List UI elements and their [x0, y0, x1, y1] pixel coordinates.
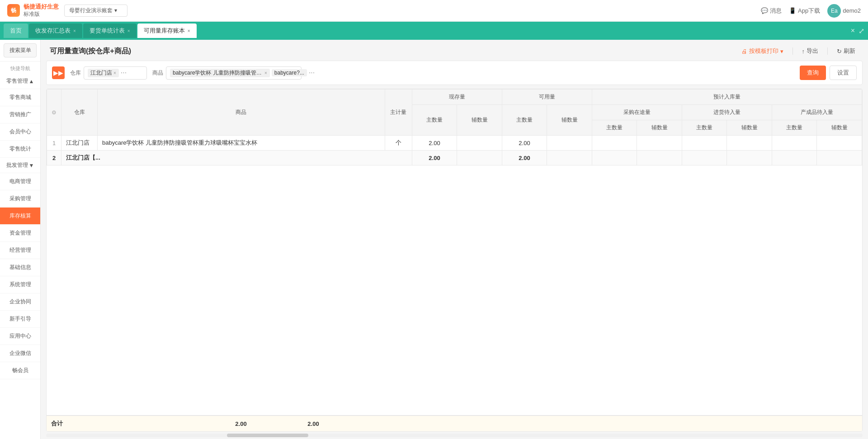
th-warehouse: 仓库: [61, 90, 98, 136]
user-avatar-btn[interactable]: Ea demo2: [827, 4, 861, 18]
expand-btn[interactable]: ⤢: [859, 27, 864, 35]
row-production-main-1: [772, 136, 817, 151]
th-settings[interactable]: ⚙: [47, 90, 61, 136]
th-product: 商品: [98, 90, 385, 136]
tab-close-inventory[interactable]: ×: [188, 28, 190, 33]
horizontal-scrollbar[interactable]: [46, 434, 863, 437]
filter-actions: 查询 设置: [800, 66, 857, 80]
th-expected-in: 预计入库量: [592, 90, 862, 105]
industry-select[interactable]: 母婴行业演示账套 ▾: [64, 5, 127, 17]
tab-home[interactable]: 首页: [4, 24, 28, 38]
sidebar-item-finance[interactable]: 资金管理: [0, 225, 40, 242]
row-avail-main-1: 2.00: [502, 136, 547, 151]
expand-icon-2: ▼: [29, 162, 34, 169]
row-incoming-main-1: [682, 136, 727, 151]
th-purchase-sub: 辅数量: [637, 120, 682, 136]
warehouse-label: 仓库: [70, 69, 81, 77]
th-purchase-main: 主数量: [592, 120, 637, 136]
sidebar-item-wechat[interactable]: 企业微信: [0, 345, 40, 362]
row-avail-sub-1: [547, 136, 592, 151]
summary-row: 2 江北门店【... 2.00 2.00: [47, 151, 862, 165]
tab-close-receipts[interactable]: ×: [73, 28, 76, 33]
row-purchase-sub-1: [637, 136, 682, 151]
row-stock-main-1: 2.00: [412, 136, 457, 151]
warehouse-input[interactable]: 江北门店 × ···: [84, 66, 147, 80]
message-btn[interactable]: 💬 消息: [761, 7, 782, 15]
close-all-tabs-btn[interactable]: ×: [851, 27, 855, 35]
row-num-1: 1: [47, 136, 61, 151]
sidebar-item-marketing[interactable]: 营销推广: [0, 106, 40, 123]
refresh-btn[interactable]: ↻ 刷新: [833, 45, 859, 57]
th-stock-sub-qty: 辅数量: [457, 105, 502, 136]
th-main-unit: 主计量: [385, 90, 412, 136]
warehouse-filter-group: 仓库 江北门店 × ···: [70, 66, 147, 80]
product-tag-1-close[interactable]: ×: [264, 71, 267, 76]
page-header-actions: 🖨 按模板打印 ▾ ↑ 导出 ↻ 刷新: [738, 45, 859, 57]
summary-incoming-sub: [727, 151, 772, 165]
top-bar-left: 畅 畅捷通好生意 标准版 母婴行业演示账套 ▾: [7, 3, 127, 18]
sidebar-search-btn[interactable]: 搜索菜单: [4, 43, 37, 57]
th-available: 可用量: [502, 90, 592, 105]
sidebar-item-newbie[interactable]: 新手引导: [0, 311, 40, 328]
export-btn[interactable]: ↑ 导出: [798, 45, 822, 57]
logo-area: 畅 畅捷通好生意 标准版: [7, 3, 59, 18]
row-purchase-main-1: [592, 136, 637, 151]
sidebar-item-inventory-mgmt[interactable]: 库存核算: [0, 208, 40, 225]
table-footer: 合计 2.00 2.00: [47, 415, 862, 431]
summary-avail-sub: [547, 151, 592, 165]
tab-bar-actions: × ⤢: [851, 27, 864, 35]
page-header: 可用量查询(按仓库+商品) 🖨 按模板打印 ▾ ↑ 导出 ↻ 刷新: [41, 40, 868, 61]
sidebar-item-enterprise[interactable]: 企业协同: [0, 293, 40, 311]
filter-toggle-btn[interactable]: ▶▶: [52, 66, 65, 79]
summary-purchase-main: [592, 151, 637, 165]
footer-avail-main: 2.00: [295, 420, 331, 427]
footer-stock-main: 2.00: [223, 420, 259, 427]
logo-icon: 畅: [7, 4, 20, 17]
tab-inventory[interactable]: 可用量库存账本 ×: [137, 24, 197, 38]
sidebar-item-purchase-mgmt[interactable]: 采购管理: [0, 190, 40, 208]
sidebar-item-basics[interactable]: 基础信息: [0, 259, 40, 276]
th-production-main: 主数量: [772, 120, 817, 136]
th-production-sub: 辅数量: [817, 120, 862, 136]
product-more-btn[interactable]: ···: [309, 69, 315, 77]
app-icon: 📱: [789, 7, 796, 14]
app-download-btn[interactable]: 📱 App下载: [789, 7, 820, 15]
message-icon: 💬: [761, 7, 768, 14]
sidebar-item-member-center[interactable]: 会员中心: [0, 123, 40, 141]
sidebar-item-retail-mall[interactable]: 零售商城: [0, 89, 40, 106]
sidebar-item-vip[interactable]: 畅会员: [0, 362, 40, 379]
sidebar-search-area: 搜索菜单: [0, 40, 40, 61]
sidebar-item-system[interactable]: 系统管理: [0, 276, 40, 293]
tab-receipts[interactable]: 收发存汇总表 ×: [29, 24, 82, 38]
th-incoming-main: 主数量: [682, 120, 727, 136]
sidebar-item-app-center[interactable]: 应用中心: [0, 328, 40, 345]
tab-close-purchase[interactable]: ×: [127, 28, 130, 33]
sidebar-item-operations[interactable]: 经营管理: [0, 242, 40, 259]
content-area: 可用量查询(按仓库+商品) 🖨 按模板打印 ▾ ↑ 导出 ↻ 刷新: [41, 40, 868, 439]
sidebar-item-retail-stats[interactable]: 零售统计: [0, 141, 40, 158]
chevron-down-icon-print: ▾: [780, 48, 783, 55]
expand-icon: ▲: [29, 78, 34, 85]
top-bar-right: 💬 消息 📱 App下载 Ea demo2: [761, 4, 861, 18]
sidebar-item-retail-mgmt[interactable]: 零售管理 ▲: [0, 74, 40, 89]
summary-stock-sub: [457, 151, 502, 165]
row-warehouse-1: 江北门店: [61, 136, 98, 151]
query-btn[interactable]: 查询: [800, 66, 826, 80]
row-product-1: babycare学饮杯 儿童防摔防撞吸管杯重力球吸嘴杯宝宝水杯: [98, 136, 385, 151]
footer-label: 合计: [51, 420, 105, 428]
warehouse-tag-close[interactable]: ×: [113, 71, 116, 76]
settings-btn[interactable]: 设置: [830, 66, 857, 80]
product-input[interactable]: babycare学饮杯 儿童防摔防撞吸管杯重力球吸嘴杯宝宝水杯 × babyca…: [166, 66, 302, 80]
export-icon: ↑: [802, 48, 805, 55]
sidebar-item-ecommerce[interactable]: 电商管理: [0, 173, 40, 190]
scrollbar-thumb[interactable]: [227, 434, 308, 437]
divider-1: [793, 47, 793, 55]
print-template-btn[interactable]: 🖨 按模板打印 ▾: [738, 45, 787, 57]
sidebar-quick-nav[interactable]: 快捷导航: [0, 61, 40, 74]
warehouse-tag: 江北门店 ×: [88, 69, 119, 77]
sidebar-item-wholesale-mgmt[interactable]: 批发管理 ▼: [0, 158, 40, 173]
th-incoming-sub: 辅数量: [727, 120, 772, 136]
chevron-down-icon: ▾: [114, 7, 117, 14]
warehouse-more-btn[interactable]: ···: [121, 69, 127, 77]
tab-purchase[interactable]: 要货单统计表 ×: [83, 24, 137, 38]
